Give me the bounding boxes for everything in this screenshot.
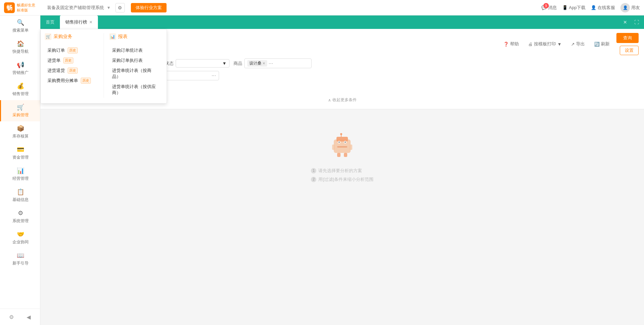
purchase-icon: 🛒 [17,104,24,111]
system-title-area: 装备及固定资产辅助管理系统 ▼ ⚙ 体验行业方案 [47,3,167,12]
refresh-icon: 🔄 [594,42,600,47]
dropdown-report-header: 📊 报表 [109,33,163,42]
sidebar-enterprise-label: 企业协同 [12,239,29,245]
goods-tag: 设计桑 ✕ [247,60,267,67]
sidebar-item-inventory[interactable]: 📦 库存核算 [0,121,40,143]
sidebar-quick-nav-label: 快捷导航 [12,49,29,54]
settings-button[interactable]: 设置 [620,46,639,55]
sidebar-bottom: ⚙ ◀ [0,309,40,325]
report-col-icon: 📊 [109,33,116,40]
query-button[interactable]: 查询 [616,33,639,43]
dropdown-item-order-exec[interactable]: 采购订单执行表 [109,55,163,66]
salesperson-ellipsis[interactable]: ··· [212,73,216,79]
svg-rect-6 [337,146,347,148]
goods-ellipsis[interactable]: ··· [269,60,273,67]
refresh-btn[interactable]: 🔄 刷新 [592,40,612,48]
export-label: 导出 [576,41,585,47]
sidebar-item-basic-info[interactable]: 📋 基础信息 [0,185,40,206]
help-label: 帮助 [510,41,519,47]
sidebar-item-operations[interactable]: 📊 经营管理 [0,164,40,185]
app-download-label: App下载 [569,5,585,11]
user-label: 用友 [631,5,640,11]
top-header: 畅 畅通好生意标准版 装备及固定资产辅助管理系统 ▼ ⚙ 体验行业方案 💬 9 … [0,0,644,15]
finance-icon: 💳 [17,146,24,153]
message-label: 消息 [548,5,557,11]
goods-select[interactable]: 设计桑 ✕ ··· [244,58,312,68]
dropdown-item-expense[interactable]: 采购费用分摊单 历史 [45,76,98,86]
header-right: 💬 9 消息 📱 App下载 👤 在线客服 👤 用友 [541,3,640,12]
sidebar-item-finance[interactable]: 💳 资金管理 [0,143,40,164]
home-icon: 🏠 [17,40,24,47]
logo-text: 畅通好生意标准版 [17,3,35,12]
gear-button[interactable]: ⚙ [115,3,125,12]
svg-point-12 [340,133,342,135]
sidebar-item-search[interactable]: 🔍 搜索菜单 [0,15,40,37]
dropdown-item-inbound-stat-goods[interactable]: 进货单统计表（按商品） [109,66,163,82]
empty-illustration [327,129,357,160]
print-dropdown-arrow[interactable]: ▼ [557,42,562,47]
sidebar-item-system[interactable]: ⚙ 系统管理 [0,206,40,227]
sidebar: 🔍 搜索菜单 🏠 快捷导航 📢 营销推广 💰 销售管理 🛒 采购管理 📦 库存核… [0,15,40,325]
report-header-label: 报表 [118,34,128,40]
print-btn[interactable]: 🖨 按模板打印 ▼ [526,40,564,48]
sidebar-item-enterprise[interactable]: 🤝 企业协同 [0,227,40,248]
sales-icon: 💰 [17,82,24,90]
sidebar-settings-btn[interactable]: ⚙ [6,312,17,322]
sidebar-system-label: 系统管理 [12,218,29,224]
sidebar-item-sales[interactable]: 💰 销售管理 [0,79,40,100]
goods-label: 商品 [234,60,242,67]
user-area[interactable]: 👤 用友 [620,3,640,12]
goods-filter: 商品 设计桑 ✕ ··· [234,58,312,68]
dropdown-divider [104,33,104,98]
purchase-order-label: 采购订单 [47,47,65,53]
tab-expand-btn[interactable]: ⛶ [632,17,641,27]
trial-button[interactable]: 体验行业方案 [131,3,167,12]
message-badge-wrapper: 💬 9 [541,5,547,10]
dropdown-item-order-stat[interactable]: 采购订单统计表 [109,45,163,55]
phone-icon: 📱 [562,5,568,10]
tab-sales-ranking[interactable]: 销售排行榜 ✕ [60,15,98,29]
sidebar-item-purchase[interactable]: 🛒 采购管理 [0,100,40,121]
sidebar-search-label: 搜索菜单 [12,28,29,33]
sidebar-inventory-label: 库存核算 [12,133,29,139]
goods-tag-close[interactable]: ✕ [262,62,265,65]
svg-rect-8 [350,145,352,150]
tab-bar: 首页 销售排行榜 ✕ ✕ ⛶ [40,15,644,29]
svg-rect-9 [337,153,341,157]
business-header-label: 采购业务 [53,34,72,40]
tab-close-icon[interactable]: ✕ [89,20,93,25]
system-dropdown-arrow[interactable]: ▼ [107,5,111,10]
dropdown-col-report: 📊 报表 采购订单统计表 采购订单执行表 进货单统计表（按商品） 进货单统计表（… [105,33,167,98]
sidebar-item-marketing[interactable]: 📢 营销推广 [0,58,40,79]
sidebar-operations-label: 经营管理 [12,176,29,181]
export-btn[interactable]: ↗ 导出 [568,40,587,48]
tab-close-all-btn[interactable]: ✕ [620,17,630,27]
dropdown-columns: 🛒 采购业务 采购订单 历史 进货单 历史 进货退货 历史 采购费用分摊单 历史 [41,33,167,98]
return-label: 进货退货 [47,68,65,74]
collapse-label: 收起更多条件 [332,97,357,103]
sidebar-item-guide[interactable]: 📖 新手引导 [0,248,40,270]
enterprise-icon: 🤝 [17,231,24,238]
sidebar-collapse-btn[interactable]: ◀ [23,312,34,322]
tab-home[interactable]: 首页 [40,15,60,29]
inbound-history: 历史 [63,57,73,64]
online-service-btn[interactable]: 👤 在线客服 [591,5,615,11]
dropdown-col-business: 🛒 采购业务 采购订单 历史 进货单 历史 进货退货 历史 采购费用分摊单 历史 [41,33,102,98]
dropdown-item-return[interactable]: 进货退货 历史 [45,66,98,76]
dropdown-item-inbound[interactable]: 进货单 历史 [45,55,98,66]
dropdown-item-inbound-stat-supplier[interactable]: 进货单统计表（按供应商） [109,82,163,98]
service-icon: 👤 [591,5,596,10]
expense-history: 历史 [81,78,91,84]
doc-status-select[interactable]: ▼ [176,59,229,68]
return-history: 历史 [68,68,78,74]
message-badge: 9 [543,3,549,8]
dropdown-item-purchase-order[interactable]: 采购订单 历史 [45,45,98,55]
svg-rect-7 [332,145,335,150]
online-service-label: 在线客服 [598,5,615,11]
help-btn[interactable]: ❓ 帮助 [501,40,522,48]
app-download-btn[interactable]: 📱 App下载 [562,5,585,11]
search-icon: 🔍 [17,19,24,26]
sidebar-item-quick-nav[interactable]: 🏠 快捷导航 [0,37,40,58]
sidebar-sales-label: 销售管理 [12,91,29,97]
message-btn[interactable]: 💬 9 消息 [541,5,557,11]
